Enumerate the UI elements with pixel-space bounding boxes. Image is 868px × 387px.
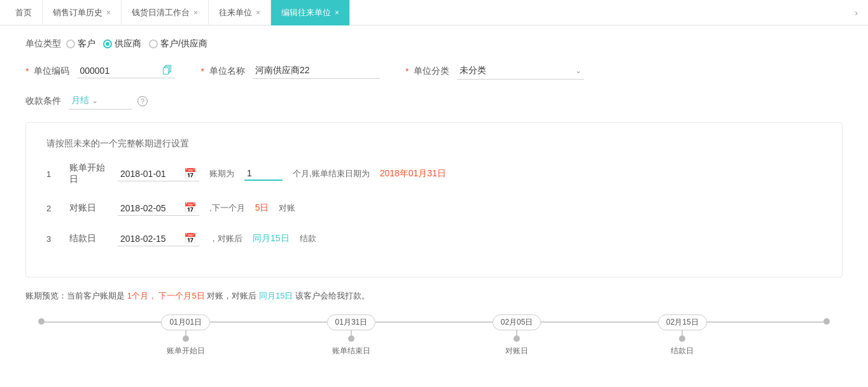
radio-both[interactable]: 客户/供应商 <box>149 38 207 50</box>
preview-p1: 1个月， <box>127 291 157 300</box>
account-start-date-wrapper: 📅 <box>118 166 199 181</box>
preview-section: 账期预览：当前客户账期是 1个月， 下一个月5日 对账，对账后 同月15日 该客… <box>25 290 843 302</box>
tab-sales-history[interactable]: 销售订单历史 × <box>43 0 122 25</box>
payment-terms-row: 收款条件 月结 ⌄ ? <box>25 92 843 109</box>
settlement-desc-pre: ，对账后 <box>209 233 242 244</box>
radio-both-label: 客户/供应商 <box>160 38 207 50</box>
unit-name-input[interactable] <box>253 63 380 79</box>
radio-customer-label: 客户 <box>78 38 95 50</box>
unit-code-input[interactable] <box>80 66 162 76</box>
tabs-more-arrow[interactable]: › <box>850 8 863 18</box>
period-row-2: 2 对账日 📅 ,下一个月 5日 对账 <box>46 201 822 216</box>
tl-node-2: 01月31日 账单结束日 <box>327 314 376 356</box>
account-start-label: 账单开始日 <box>69 162 108 185</box>
tl-node-3: 02月05日 对账日 <box>493 314 542 356</box>
tl-line-5 <box>707 321 823 323</box>
tab-edit-counterparty-label: 编辑往来单位 <box>281 7 331 18</box>
timeline-section: 01月01日 账单开始日 01月31日 账单结束日 02月05日 对账日 <box>25 314 843 356</box>
tab-edit-counterparty-close[interactable]: × <box>335 8 339 17</box>
tab-cash-work-close[interactable]: × <box>193 8 198 17</box>
tl-line-2 <box>210 321 326 323</box>
tab-home[interactable]: 首页 <box>5 0 43 25</box>
radio-supplier[interactable]: 供应商 <box>103 38 141 50</box>
payment-terms-select[interactable]: 月结 ⌄ <box>69 92 132 109</box>
unit-code-label: 单位编码 <box>34 66 69 77</box>
unit-class-item: * 单位分类 未分类 ⌄ <box>405 62 584 80</box>
tab-counterparty-close[interactable]: × <box>256 8 260 17</box>
radio-supplier-label: 供应商 <box>115 38 141 50</box>
tl-node-3-dot <box>514 335 520 342</box>
tab-sales-history-label: 销售订单历史 <box>53 7 102 18</box>
tl-node-1: 01月01日 账单开始日 <box>161 314 210 356</box>
reconcile-date-wrapper: 📅 <box>118 201 199 216</box>
unit-class-select[interactable]: 未分类 ⌄ <box>457 62 584 80</box>
unit-info-row: * 单位编码 🗍 * 单位名称 * 单位分类 未分类 ⌄ <box>25 62 843 80</box>
step-1-num: 1 <box>46 169 59 179</box>
settlement-desc-post: 结款 <box>300 233 316 244</box>
main-content: 单位类型 客户 供应商 客户/供应商 * 单位编码 <box>0 25 868 387</box>
reconcile-cal-icon[interactable]: 📅 <box>184 202 197 214</box>
tl-node-4: 02月15日 结款日 <box>658 314 707 356</box>
reconcile-desc-highlight: 5日 <box>255 202 269 214</box>
settlement-date-input[interactable] <box>120 234 184 244</box>
radio-customer[interactable]: 客户 <box>66 38 95 50</box>
reconcile-desc-pre: ,下一个月 <box>209 202 245 214</box>
preview-p3: 同月15日 <box>259 291 293 300</box>
unit-code-required: * <box>25 66 29 76</box>
unit-class-required: * <box>405 66 409 76</box>
tl-node-2-box: 01月31日 <box>327 314 376 330</box>
settlement-date-wrapper: 📅 <box>118 231 199 246</box>
reconcile-label: 对账日 <box>69 202 108 214</box>
tl-node-3-box: 02月05日 <box>493 314 542 330</box>
settlement-desc-highlight: 同月15日 <box>253 233 290 244</box>
reconcile-date-input[interactable] <box>120 203 184 213</box>
unit-type-item: 单位类型 客户 供应商 客户/供应商 <box>25 38 207 50</box>
tabs-bar: 首页 销售订单历史 × 钱货日清工作台 × 往来单位 × 编辑往来单位 × › <box>0 0 868 25</box>
tl-node-1-box: 01月01日 <box>161 314 210 330</box>
unit-name-required: * <box>200 66 204 76</box>
unit-class-value: 未分类 <box>459 65 486 76</box>
unit-code-item: * 单位编码 🗍 <box>25 64 175 78</box>
preview-p2: 下一个月5日 <box>158 291 204 300</box>
payment-terms-value: 月结 <box>71 95 89 106</box>
period-months-input[interactable] <box>244 167 283 181</box>
tab-cash-work-label: 钱货日清工作台 <box>132 7 190 18</box>
unit-class-label: 单位分类 <box>414 66 449 77</box>
step-2-num: 2 <box>46 204 59 213</box>
unit-code-field-wrapper: 🗍 <box>77 64 175 78</box>
radio-supplier-circle <box>103 39 112 48</box>
tab-counterparty[interactable]: 往来单位 × <box>209 0 271 25</box>
settlement-label: 结款日 <box>69 233 108 244</box>
period-settings-box: 请按照未来的一个完整帐期进行设置 1 账单开始日 📅 账期为 个月,账单结束日期… <box>25 122 843 278</box>
tl-line-4 <box>541 321 657 323</box>
period-row-1: 1 账单开始日 📅 账期为 个月,账单结束日期为 2018年01月31日 <box>46 162 822 185</box>
tl-node-4-dot <box>679 335 685 342</box>
period-for-label: 账期为 <box>209 168 234 179</box>
unit-code-copy-icon[interactable]: 🗍 <box>162 65 172 76</box>
tl-node-1-sub: 账单开始日 <box>167 346 205 356</box>
tab-sales-history-close[interactable]: × <box>106 8 111 17</box>
payment-terms-help-icon[interactable]: ? <box>137 96 148 106</box>
period-title: 请按照未来的一个完整帐期进行设置 <box>46 138 822 150</box>
payment-terms-label: 收款条件 <box>25 95 61 107</box>
tab-edit-counterparty[interactable]: 编辑往来单位 × <box>271 0 350 25</box>
tl-line-1 <box>45 321 161 323</box>
tl-node-2-dot <box>348 335 354 342</box>
unit-name-item: * 单位名称 <box>200 63 379 79</box>
payment-terms-item: 收款条件 月结 ⌄ ? <box>25 92 148 109</box>
preview-suffix: 该客户会给我打款。 <box>295 291 370 300</box>
preview-prefix: 账期预览：当前客户账期是 <box>25 291 125 300</box>
tab-counterparty-label: 往来单位 <box>219 7 252 18</box>
period-end-date-value: 2018年01月31日 <box>380 168 446 179</box>
account-start-date-input[interactable] <box>120 169 184 179</box>
account-start-cal-icon[interactable]: 📅 <box>184 167 197 179</box>
tab-home-label: 首页 <box>15 7 32 18</box>
preview-middle: 对账，对账后 <box>207 291 256 300</box>
unit-type-row: 单位类型 客户 供应商 客户/供应商 <box>25 38 843 50</box>
tl-node-2-sub: 账单结束日 <box>332 346 370 356</box>
tab-cash-work[interactable]: 钱货日清工作台 × <box>122 0 209 25</box>
reconcile-desc-post: 对账 <box>279 202 295 214</box>
tl-line-3 <box>375 321 492 323</box>
radio-both-circle <box>149 39 158 48</box>
settlement-cal-icon[interactable]: 📅 <box>184 232 197 244</box>
